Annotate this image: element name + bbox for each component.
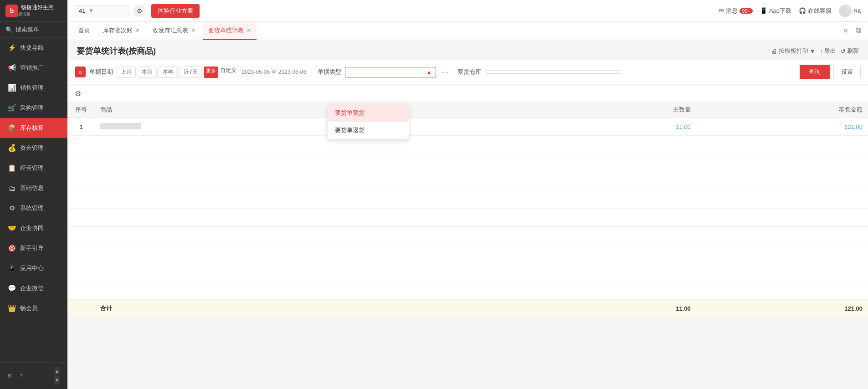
sidebar-item-label: 销售管理 xyxy=(20,84,44,92)
page-actions: 🖨 按模板打印 ▼ ↑ 导出 ↺ 刷新 xyxy=(771,47,859,55)
dropdown-item-order-request[interactable]: 要货单要货 xyxy=(328,104,409,122)
sidebar-item-label: 快捷导航 xyxy=(20,44,44,52)
sidebar-search[interactable]: 🔍 搜索菜单 xyxy=(0,22,67,38)
online-service-action[interactable]: 🎧 在线客服 xyxy=(799,7,832,15)
export-button[interactable]: ↑ 导出 xyxy=(820,47,837,55)
sidebar-settings-icon[interactable]: ⚙ xyxy=(7,373,12,379)
sidebar-item-system[interactable]: ⚙ 系统管理 xyxy=(0,198,67,218)
sidebar-item-quick-nav[interactable]: ⚡ 快捷导航 xyxy=(0,38,67,58)
sidebar-item-member[interactable]: 👑 畅会员 xyxy=(0,298,67,318)
table-row-empty xyxy=(67,190,868,209)
search-icon: 🔍 xyxy=(5,26,13,33)
export-icon: ↑ xyxy=(820,48,823,55)
logo-icon: b xyxy=(5,5,18,17)
cell-quantity: 11.00 xyxy=(554,118,696,136)
enterprise-icon: 🤝 xyxy=(7,224,16,233)
sidebar-item-marketing[interactable]: 📢 营销推广 xyxy=(0,58,67,78)
user-menu[interactable]: Rit xyxy=(839,5,861,17)
page-header: 要货单统计表(按商品) 🖨 按模板打印 ▼ ↑ 导出 ↺ 刷新 xyxy=(67,40,868,60)
sidebar-item-basic[interactable]: 🗂 基础信息 xyxy=(0,178,67,198)
system-icon: ⚙ xyxy=(7,204,16,213)
cell-product xyxy=(95,118,353,136)
date-custom-btn[interactable]: 自定义 xyxy=(220,67,236,78)
warehouse-filter-select[interactable] xyxy=(485,70,621,74)
sidebar-item-label: 库存核算 xyxy=(20,124,44,132)
filter-expand-button[interactable]: » xyxy=(75,67,86,77)
date-btn-this-year[interactable]: 本年 xyxy=(159,67,178,78)
store-selector[interactable]: 41 ▼ xyxy=(75,5,129,16)
settings-button[interactable]: 设置 xyxy=(833,65,861,79)
query-button[interactable]: 查询 xyxy=(800,65,830,79)
topbar-right: ✉ 消息 99+ 📱 App下载 🎧 在线客服 Rit xyxy=(719,5,861,17)
sidebar-bottom: ⚙ ≡ ▲ ▼ xyxy=(0,362,67,389)
sidebar-item-app-center[interactable]: 📱 应用中心 xyxy=(0,258,67,278)
finance-icon: 💰 xyxy=(7,143,16,153)
sidebar-item-purchase[interactable]: 🛒 采购管理 xyxy=(0,98,67,118)
date-options: 上月 本月 本年 近7天 更多 自定义 xyxy=(117,67,236,78)
filter-bar: » 单据日期 上月 本月 本年 近7天 更多 自定义 2023-05-06 至 … xyxy=(67,60,868,84)
table-container: ⚙ 序号 商品 主计量单位 主数量 零售金额 1 xyxy=(67,86,868,317)
app-download-action[interactable]: 📱 App下载 xyxy=(760,7,791,15)
amount-link[interactable]: 121.00 xyxy=(844,123,863,130)
table-row-empty xyxy=(67,154,868,172)
refresh-label: 刷新 xyxy=(847,47,859,55)
sidebar-item-sales[interactable]: 📊 销售管理 xyxy=(0,78,67,98)
table-header-row: 序号 商品 主计量单位 主数量 零售金额 xyxy=(67,102,868,118)
sidebar-item-finance[interactable]: 💰 资金管理 xyxy=(0,138,67,158)
sidebar-item-enterprise[interactable]: 🤝 企业协同 xyxy=(0,218,67,238)
sidebar-item-inventory[interactable]: 📦 库存核算 xyxy=(0,118,67,138)
sidebar: b 畅捷通好生意 标准版 🔍 搜索菜单 ⚡ 快捷导航 📢 营销推广 📊 销售管理… xyxy=(0,0,67,389)
tab-home[interactable]: 首页 xyxy=(73,22,96,40)
date-btn-this-month[interactable]: 本月 xyxy=(138,67,157,78)
type-filter-select[interactable]: ▲ xyxy=(345,67,436,77)
sidebar-item-operations[interactable]: 📋 经营管理 xyxy=(0,158,67,178)
sidebar-item-guide[interactable]: 🎯 新手引导 xyxy=(0,238,67,258)
tab-order-summary[interactable]: 要货单统计表 ✕ xyxy=(203,22,257,40)
app-icon: 📱 xyxy=(760,7,767,14)
tab-receive-summary-label: 收发存汇总表 xyxy=(153,26,188,35)
date-more-badge[interactable]: 更多 xyxy=(204,67,218,78)
topbar: 41 ▼ ⚙ 体验行业方案 ✉ 消息 99+ 📱 App下载 🎧 在线客服 R xyxy=(67,0,868,22)
message-action[interactable]: ✉ 消息 99+ xyxy=(719,7,753,15)
sidebar-item-label: 基础信息 xyxy=(20,184,44,192)
footer-empty2 xyxy=(353,300,554,317)
tab-order-summary-close-icon[interactable]: ✕ xyxy=(247,27,251,34)
tab-receive-summary[interactable]: 收发存汇总表 ✕ xyxy=(147,22,201,40)
sidebar-scroll-up[interactable]: ▲ xyxy=(54,367,60,375)
service-icon: 🎧 xyxy=(799,7,806,14)
sidebar-item-label: 营销推广 xyxy=(20,64,44,72)
refresh-button[interactable]: ↺ 刷新 xyxy=(841,47,859,55)
app-center-icon: 📱 xyxy=(7,264,16,273)
print-icon: 🖨 xyxy=(771,48,777,55)
tab-inventory-batch[interactable]: 库存批次账 ✕ xyxy=(98,22,145,40)
sidebar-nav: ⚡ 快捷导航 📢 营销推广 📊 销售管理 🛒 采购管理 📦 库存核算 💰 资金管… xyxy=(0,38,67,362)
tab-receive-summary-close-icon[interactable]: ✕ xyxy=(191,27,195,34)
basic-icon: 🗂 xyxy=(7,184,16,193)
trial-button[interactable]: 体验行业方案 xyxy=(151,4,200,18)
col-amount: 零售金额 xyxy=(696,102,868,118)
footer-quantity: 11.00 xyxy=(554,300,696,317)
topbar-settings-button[interactable]: ⚙ xyxy=(133,5,146,17)
tab-inventory-batch-close-icon[interactable]: ✕ xyxy=(135,27,140,34)
quantity-link[interactable]: 11.00 xyxy=(676,123,691,130)
sidebar-item-wechat[interactable]: 💬 企业微信 xyxy=(0,278,67,298)
quick-nav-icon: ⚡ xyxy=(7,43,16,52)
date-filter-label: 单据日期 xyxy=(89,68,113,76)
cell-seq: 1 xyxy=(67,118,95,136)
print-template-button[interactable]: 🖨 按模板打印 ▼ xyxy=(771,47,816,55)
date-btn-last-month[interactable]: 上月 xyxy=(117,67,136,78)
sidebar-item-label: 企业协同 xyxy=(20,224,44,232)
tab-maximize-icon[interactable]: ⧉ xyxy=(854,26,863,35)
sidebar-scroll-down[interactable]: ▼ xyxy=(54,376,60,384)
print-template-label: 按模板打印 xyxy=(779,47,808,55)
sidebar-menu-icon[interactable]: ≡ xyxy=(20,373,23,379)
table-row-empty xyxy=(67,172,868,190)
export-label: 导出 xyxy=(824,47,836,55)
table-settings-icon[interactable]: ⚙ xyxy=(75,89,81,98)
col-quantity: 主数量 xyxy=(554,102,696,118)
sidebar-item-label: 采购管理 xyxy=(20,104,44,112)
filter-more-icon[interactable]: ··· xyxy=(442,67,448,77)
dropdown-item-order-return[interactable]: 要货单退货 xyxy=(328,122,409,139)
tab-close-all-icon[interactable]: ✕ xyxy=(841,26,850,35)
date-btn-7days[interactable]: 近7天 xyxy=(180,67,202,78)
